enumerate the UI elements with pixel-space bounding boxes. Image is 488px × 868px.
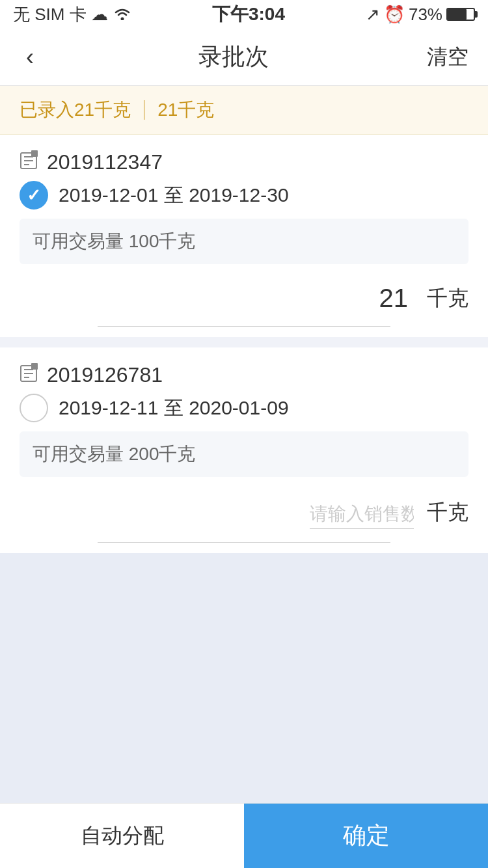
batch-2-unit: 千克 [427,498,468,527]
status-time: 下午3:04 [212,2,285,27]
batch-card-1: 2019112347 2019-12-01 至 2019-12-30 可用交易量… [0,135,488,337]
status-right: ↗ ⏰ 73% [366,5,475,25]
svg-rect-10 [31,363,38,370]
batch-1-radio[interactable] [20,181,48,210]
recorded-info: 已录入21千克 [20,98,131,122]
batch-card-2: 2019126781 2019-12-11 至 2020-01-09 可用交易量… [0,347,488,553]
clock-icon: ⏰ [384,5,405,25]
batch-1-unit: 千克 [421,284,468,313]
empty-area [0,553,488,813]
battery-icon [446,8,475,21]
confirm-label: 确定 [343,820,390,852]
clear-button[interactable]: 清空 [427,43,468,72]
batch-2-quantity-row: 千克 [0,490,488,542]
nav-bar: ‹ 录批次 清空 [0,29,488,86]
batch-1-icon [20,150,40,174]
total-value: 21千克 [157,98,214,122]
batch-1-date: 2019-12-01 至 2019-12-30 [59,182,289,209]
back-button[interactable]: ‹ [20,37,40,77]
batch-2-icon [20,363,40,387]
batch-1-quantity-value: 21 [379,284,409,313]
info-bar: 已录入21千克 21千克 [0,86,488,135]
battery-pct: 73% [409,5,442,25]
batch-2-available: 可用交易量 200千克 [20,431,468,477]
svg-point-0 [120,17,124,20]
batch-2-radio[interactable] [20,394,48,422]
page-title: 录批次 [198,41,269,73]
batch-1-number: 2019112347 [47,150,163,174]
status-bar: 无 SIM 卡 ☁ 下午3:04 ↗ ⏰ 73% [0,0,488,29]
page-wrapper: 无 SIM 卡 ☁ 下午3:04 ↗ ⏰ 73% ‹ 录批次 清空 [0,0,488,868]
batch-1-date-row: 2019-12-01 至 2019-12-30 [0,181,488,219]
batch-2-number: 2019126781 [47,363,163,387]
status-left: 无 SIM 卡 ☁ [13,3,131,26]
batch-2-header: 2019126781 [0,347,488,394]
batch-1-header: 2019112347 [0,135,488,181]
confirm-button[interactable]: 确定 [244,804,488,868]
batch-2-quantity-input[interactable] [310,496,414,529]
batch-2-date-row: 2019-12-11 至 2020-01-09 [0,394,488,431]
section-separator [0,337,488,347]
content-area: 2019112347 2019-12-01 至 2019-12-30 可用交易量… [0,135,488,868]
info-divider [144,100,144,120]
batch-1-available: 可用交易量 100千克 [20,219,468,264]
wifi-icon [113,5,131,25]
no-sim-label: 无 SIM 卡 ☁ [13,3,108,26]
auto-distribute-label: 自动分配 [81,822,164,850]
footer: 自动分配 确定 [0,803,488,868]
batch-2-date: 2019-12-11 至 2020-01-09 [59,395,289,422]
location-icon: ↗ [366,5,380,25]
svg-rect-5 [31,150,38,157]
auto-distribute-button[interactable]: 自动分配 [0,804,244,868]
batch-1-quantity-row: 21 千克 [0,277,488,326]
